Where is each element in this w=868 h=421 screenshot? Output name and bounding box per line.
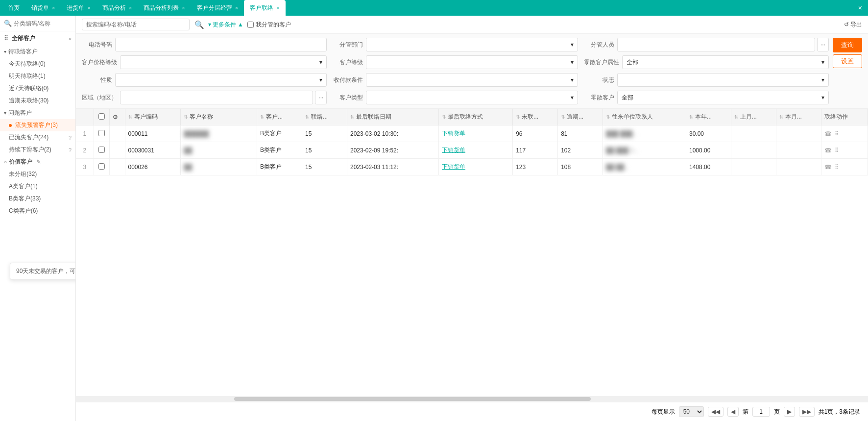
tab-customer-contact[interactable]: 客户联络 ×	[244, 0, 285, 16]
th-overdue[interactable]: ⇅ 逾期...	[558, 109, 603, 125]
sidebar-item-b-class[interactable]: B类客户(33)	[0, 193, 75, 205]
th-name[interactable]: ⇅ 客户名称	[181, 109, 257, 125]
filter-zero-retail-attr-dropdown[interactable]: 全部 ▾	[622, 55, 829, 69]
row-checkbox-0[interactable]	[98, 130, 105, 136]
method-link-0[interactable]: 下销货单	[442, 130, 465, 137]
tab-customer-contact-close[interactable]: ×	[276, 5, 279, 11]
sidebar-item-declining[interactable]: 持续下滑客户(2) ?	[0, 144, 75, 156]
filter-price-tier-dropdown[interactable]: ▾	[120, 55, 327, 69]
scrollbar-thumb[interactable]	[234, 397, 591, 401]
page-input[interactable]	[752, 407, 770, 417]
page-size-select[interactable]: 50 100 200	[679, 406, 704, 417]
tab-product-analysis[interactable]: 商品分析 ×	[96, 0, 138, 16]
filter-dept-dropdown[interactable]: ▾	[366, 38, 578, 51]
cell-method-1[interactable]: 下销货单	[439, 142, 513, 159]
th-settings[interactable]: ⚙	[109, 109, 125, 125]
sidebar-item-today[interactable]: 今天待联络(0)	[0, 58, 75, 70]
value-edit-icon[interactable]: ✎	[36, 159, 41, 165]
contact-icon-0[interactable]: ☎	[824, 130, 832, 137]
row-checkbox-2[interactable]	[98, 163, 105, 170]
last-page-btn[interactable]: ▶▶	[799, 407, 815, 417]
window-close-btn[interactable]: ×	[858, 4, 866, 12]
my-customers-checkbox-label[interactable]: 我分管的客户	[247, 21, 291, 29]
cell-method-0[interactable]: 下销货单	[439, 125, 513, 142]
sidebar-all-customers[interactable]: ⠿ 全部客户 «	[0, 31, 75, 46]
more-icon-0[interactable]: ⠿	[835, 130, 839, 137]
th-type[interactable]: ⇅ 客户...	[257, 109, 302, 125]
th-last-month[interactable]: ⇅ 上月...	[731, 109, 776, 125]
select-all-checkbox[interactable]	[98, 113, 105, 120]
sidebar-item-overdue[interactable]: 逾期未联络(30)	[0, 95, 75, 107]
filter-region-dots[interactable]: ···	[315, 91, 327, 104]
sidebar-item-week[interactable]: 近7天待联络(0)	[0, 82, 75, 95]
contact-icon-2[interactable]: ☎	[824, 164, 832, 171]
my-customers-checkbox[interactable]	[247, 22, 254, 28]
tab-customer-tier[interactable]: 客户分层经营 ×	[191, 0, 244, 16]
sidebar-item-c-class[interactable]: C类客户(6)	[0, 205, 75, 217]
sidebar-item-ungrouped[interactable]: 未分组(32)	[0, 168, 75, 180]
tab-customer-tier-close[interactable]: ×	[235, 5, 238, 11]
settings-button[interactable]: 设置	[833, 54, 862, 68]
filter-person-dots[interactable]: ···	[817, 38, 829, 51]
next-page-btn[interactable]: ▶	[784, 407, 795, 417]
sidebar-item-a-class[interactable]: A类客户(1)	[0, 180, 75, 193]
sidebar-section-pending[interactable]: ▾ 待联络客户	[0, 46, 75, 58]
filter-search-input[interactable]	[82, 19, 190, 30]
sidebar-section-problem[interactable]: ▾ 问题客户	[0, 107, 75, 119]
horizontal-scrollbar[interactable]	[76, 396, 868, 402]
cell-action-0[interactable]: ☎ ⠿	[821, 125, 868, 142]
th-last-contact-date[interactable]: ⇅ 最后联络日期	[347, 109, 439, 125]
filter-person-input[interactable]	[617, 38, 815, 51]
row-checkbox-1[interactable]	[98, 147, 105, 153]
filter-gender-dropdown[interactable]: ▾	[115, 73, 327, 87]
tab-sales[interactable]: 销货单 ×	[25, 0, 61, 16]
more-icon-2[interactable]: ⠿	[835, 164, 839, 171]
tab-home-label: 首页	[8, 4, 20, 12]
cell-action-1[interactable]: ☎ ⠿	[821, 142, 868, 159]
filter-region-input[interactable]	[120, 91, 313, 104]
export-btn[interactable]: ↺ 导出	[844, 21, 862, 29]
sidebar-section-value[interactable]: ○ 价值客户 ✎	[0, 156, 75, 168]
first-page-btn[interactable]: ◀◀	[708, 407, 723, 417]
filter-status-dropdown[interactable]: ▾	[617, 73, 829, 87]
contact-icon-1[interactable]: ☎	[824, 147, 832, 154]
cell-checkbox-1[interactable]	[94, 142, 109, 159]
filter-phone-input[interactable]	[115, 38, 327, 51]
tab-product-list[interactable]: 商品分析列表 ×	[138, 0, 191, 16]
th-contact[interactable]: ⇅ 联络...	[302, 109, 347, 125]
sidebar-item-churn-warning[interactable]: 流失预警客户(3)	[0, 119, 75, 131]
more-icon-1[interactable]: ⠿	[835, 147, 839, 154]
tab-purchase-close[interactable]: ×	[87, 5, 90, 11]
th-this-year[interactable]: ⇅ 本年...	[686, 109, 731, 125]
more-conditions-arrow: ▲	[238, 21, 243, 28]
prev-page-btn[interactable]: ◀	[727, 407, 739, 417]
tab-purchase[interactable]: 进货单 ×	[61, 0, 96, 16]
tab-product-analysis-close[interactable]: ×	[129, 5, 132, 11]
th-last-contact-method[interactable]: ⇅ 最后联络方式	[439, 109, 513, 125]
table-settings-icon[interactable]: ⚙	[113, 114, 118, 121]
cell-checkbox-0[interactable]	[94, 125, 109, 142]
query-button[interactable]: 查询	[833, 38, 862, 52]
filter-tier-dropdown[interactable]: ▾	[366, 55, 578, 69]
cell-method-2[interactable]: 下销货单	[439, 159, 513, 175]
tab-sales-close[interactable]: ×	[52, 5, 55, 11]
filter-customer-type-dropdown[interactable]: ▾	[366, 91, 578, 104]
th-no-contact[interactable]: ⇅ 未联...	[513, 109, 558, 125]
th-company-contact[interactable]: ⇅ 往来单位联系人	[603, 109, 686, 125]
filter-search-icon[interactable]: 🔍	[194, 20, 204, 29]
th-this-month[interactable]: ⇅ 本月...	[776, 109, 821, 125]
filter-payment-dropdown[interactable]: ▾	[366, 73, 578, 87]
sidebar-item-churned[interactable]: 已流失客户(24) ?	[0, 131, 75, 144]
method-link-2[interactable]: 下销货单	[442, 163, 465, 170]
th-code[interactable]: ⇅ 客户编码	[125, 109, 181, 125]
cell-checkbox-2[interactable]	[94, 159, 109, 175]
sidebar-search-input[interactable]	[14, 20, 76, 27]
more-conditions-btn[interactable]: ▾ 更多条件 ▲	[208, 21, 243, 29]
cell-action-2[interactable]: ☎ ⠿	[821, 159, 868, 175]
method-link-1[interactable]: 下销货单	[442, 147, 465, 153]
tab-home[interactable]: 首页	[2, 0, 25, 16]
sidebar-item-tomorrow[interactable]: 明天待联络(1)	[0, 70, 75, 82]
cell-no-contact-0: 96	[513, 125, 558, 142]
filter-zero-retail-dropdown[interactable]: 全部 ▾	[617, 91, 829, 104]
tab-product-list-close[interactable]: ×	[182, 5, 185, 11]
